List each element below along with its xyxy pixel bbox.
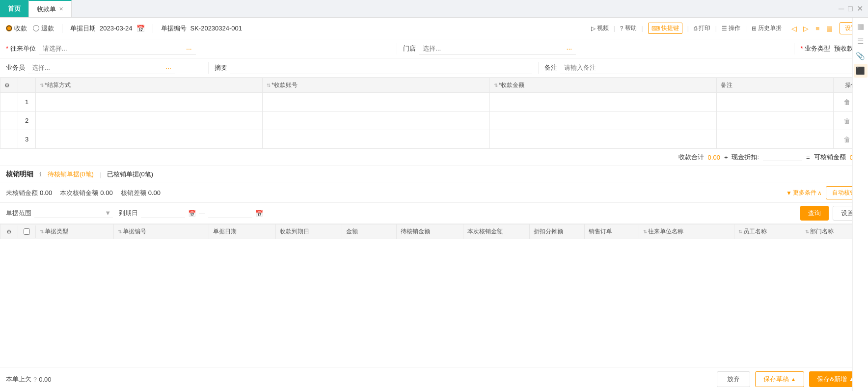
counterpart-input-box[interactable]: ··· bbox=[39, 42, 196, 55]
window-maximize-icon[interactable]: □ bbox=[848, 4, 853, 13]
action-video[interactable]: ▷ 视频 bbox=[591, 24, 609, 32]
row-account-3[interactable] bbox=[263, 130, 489, 149]
number-value: SK-20230324-001 bbox=[190, 25, 243, 32]
range-filter-label: 单据范围 bbox=[6, 209, 31, 218]
row-amount-3[interactable] bbox=[489, 130, 716, 149]
staff-input[interactable] bbox=[30, 63, 163, 72]
sidebar-clip-icon[interactable]: 📎 bbox=[854, 49, 868, 63]
bottom-check-col[interactable] bbox=[18, 225, 36, 238]
sidebar-screenshot-icon[interactable]: ⬛ bbox=[854, 64, 868, 78]
hexiao-pending-tab[interactable]: 待核销单据(0笔) bbox=[48, 170, 94, 179]
table-gear-header[interactable]: ⚙ bbox=[0, 78, 18, 93]
range-filter-select[interactable]: ▼ bbox=[34, 208, 113, 218]
save-draft-button[interactable]: 保存草稿 ▲ bbox=[755, 371, 805, 387]
sales-order-col-label: 销售订单 bbox=[589, 227, 612, 236]
action-history[interactable]: ⊞ 历史单据 bbox=[752, 24, 782, 32]
row-remark-3[interactable] bbox=[717, 130, 834, 149]
hexiao-done-tab[interactable]: 已核销单据(0笔) bbox=[107, 170, 153, 179]
query-button[interactable]: 查询 bbox=[800, 206, 829, 221]
delete-icon-1[interactable]: 🗑 bbox=[843, 98, 850, 106]
summary-input[interactable] bbox=[232, 63, 530, 72]
pending-col-label: 待核销金额 bbox=[401, 227, 430, 236]
store-input-box[interactable]: ··· bbox=[419, 42, 576, 55]
hexiao-info-icon[interactable]: ℹ bbox=[39, 171, 42, 178]
sidebar-table-icon[interactable]: ▦ bbox=[854, 20, 868, 33]
sort-icon-4: ⇅ bbox=[40, 229, 44, 234]
bottom-gear-col[interactable]: ⚙ bbox=[0, 225, 18, 238]
delete-icon-2[interactable]: 🗑 bbox=[843, 117, 850, 125]
receipt-radio-text: 收款 bbox=[14, 24, 27, 33]
row-num-val-2: 2 bbox=[25, 117, 28, 124]
due-date-from-input[interactable]: 2022-04-01 bbox=[141, 208, 185, 218]
bottom-doc-num-col: ⇅ 单据编号 bbox=[114, 224, 209, 239]
row-amount-1[interactable] bbox=[489, 93, 716, 112]
action-operate[interactable]: ☰ 操作 bbox=[722, 24, 740, 32]
stat-unchecked-value: 0.00 bbox=[40, 189, 52, 196]
receipt-account-label: *收款账号 bbox=[271, 81, 298, 89]
tab-home[interactable]: 首页 bbox=[0, 0, 28, 17]
row-settle-2[interactable] bbox=[36, 112, 263, 130]
remark-field: 备注 bbox=[544, 61, 862, 74]
main-content: 收款 退款 单据日期 2023-03-24 📅 单据编号 SK-20230324… bbox=[0, 18, 868, 391]
doc-num-label: 单据编号 bbox=[123, 227, 146, 236]
sort-icon-7: ⇅ bbox=[738, 229, 742, 234]
grid-view-icon[interactable]: ▦ bbox=[824, 23, 835, 34]
row-account-2[interactable] bbox=[263, 112, 489, 130]
prev-icon[interactable]: ◁ bbox=[788, 23, 799, 34]
counterpart-field: * 往来单位 ··· bbox=[6, 42, 391, 55]
action-help[interactable]: ? 帮助 bbox=[620, 24, 637, 32]
delete-icon-3[interactable]: 🗑 bbox=[843, 136, 850, 143]
window-close-icon[interactable]: ✕ bbox=[857, 4, 863, 13]
row-settle-3[interactable] bbox=[36, 130, 263, 149]
store-more-btn[interactable]: ··· bbox=[565, 45, 574, 53]
row-remark-1[interactable] bbox=[717, 93, 834, 112]
date-to-calendar-icon[interactable]: 📅 bbox=[255, 210, 263, 217]
next-icon[interactable]: ▷ bbox=[800, 23, 811, 34]
store-label: 门店 bbox=[403, 44, 416, 53]
receipt-radio-label[interactable]: 收款 bbox=[6, 24, 27, 33]
window-minimize-icon[interactable]: ─ bbox=[839, 4, 844, 13]
remark-input-box[interactable] bbox=[560, 61, 862, 74]
counterpart-label: * 往来单位 bbox=[6, 44, 36, 53]
staff-more-btn[interactable]: ··· bbox=[163, 64, 173, 72]
bottom-table-header: ⚙ ⇅ 单据类型 ⇅ 单据编号 单据日期 收款到期日 金额 待核销金额 bbox=[0, 224, 868, 239]
tab-receipt[interactable]: 收款单 ✕ bbox=[28, 0, 72, 17]
row-num-val-3: 3 bbox=[25, 136, 28, 143]
row-settle-1[interactable] bbox=[36, 93, 263, 112]
bottom-check-all[interactable] bbox=[24, 228, 30, 235]
row-remark-2[interactable] bbox=[717, 112, 834, 130]
refund-radio[interactable] bbox=[33, 25, 39, 31]
abandon-button[interactable]: 放弃 bbox=[717, 371, 750, 387]
hexiao-tab-sep: | bbox=[100, 171, 101, 178]
row-account-1[interactable] bbox=[263, 93, 489, 112]
action-print[interactable]: ⎙ 打印 bbox=[694, 24, 710, 32]
due-date-to-input[interactable]: 2022-04-12 bbox=[208, 208, 252, 218]
date-calendar-icon[interactable]: 📅 bbox=[136, 25, 145, 32]
remark-label: 备注 bbox=[544, 63, 557, 72]
receipt-radio[interactable] bbox=[6, 25, 12, 31]
store-field: 门店 ··· bbox=[403, 42, 788, 55]
tab-close-icon[interactable]: ✕ bbox=[59, 6, 63, 12]
counterpart-label-text: 往来单位 bbox=[10, 45, 36, 52]
doc-type-label: 单据类型 bbox=[45, 227, 68, 236]
refund-radio-text: 退款 bbox=[41, 24, 54, 33]
action-shortcut[interactable]: ⌨ 快捷键 bbox=[648, 23, 682, 34]
stat-diff-value: 0.00 bbox=[148, 189, 161, 196]
list-view-icon[interactable]: ≡ bbox=[812, 23, 823, 34]
row-amount-2[interactable] bbox=[489, 112, 716, 130]
staff-input-box[interactable]: ··· bbox=[28, 61, 175, 74]
form-row-2: 业务员 ··· 摘要 备注 bbox=[0, 58, 868, 78]
discount-input[interactable] bbox=[763, 153, 802, 161]
remark-input[interactable] bbox=[562, 63, 860, 72]
counterpart-input[interactable] bbox=[41, 44, 184, 53]
counterpart-more-btn[interactable]: ··· bbox=[184, 45, 194, 53]
refund-radio-label[interactable]: 退款 bbox=[33, 24, 54, 33]
table-rownum-header bbox=[18, 78, 36, 93]
staff-col-label: 员工名称 bbox=[743, 227, 767, 236]
store-input[interactable] bbox=[421, 44, 564, 53]
summary-input-box[interactable] bbox=[230, 61, 532, 74]
table-section: ⚙ ⇅ *结算方式 ⇅ *收款账号 bbox=[0, 78, 868, 149]
sidebar-list-icon[interactable]: ☰ bbox=[854, 34, 868, 48]
date-from-calendar-icon[interactable]: 📅 bbox=[188, 210, 196, 217]
more-conditions-btn[interactable]: ▼ 更多条件 ∧ bbox=[786, 189, 822, 197]
